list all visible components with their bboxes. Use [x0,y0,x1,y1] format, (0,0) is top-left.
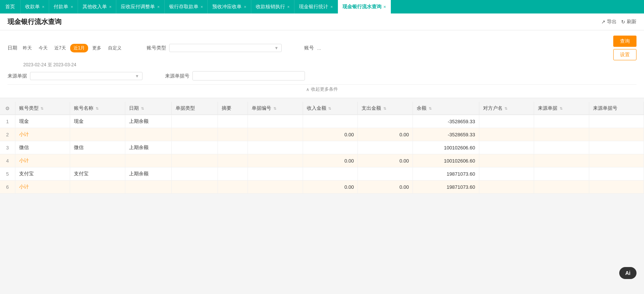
close-icon[interactable]: × [157,4,159,9]
td-counterparty [479,115,534,128]
account-type-filter-group: 账号类型 ▼ [147,44,282,52]
td-expense: 0.00 [358,154,413,167]
page-header: 现金银行流水查询 ↗ 导出 ↻ 刷新 [0,13,644,30]
th-date: 日期 ⇅ [125,102,172,115]
settings-button[interactable]: 设置 [613,49,636,60]
td-account-name: 支付宝 [70,167,125,181]
date-btn-custom[interactable]: 自定义 [105,44,124,52]
account-more-button[interactable]: ... [317,43,321,53]
td-account-name: 现金 [70,115,125,128]
th-account-name: 账号名称 ⇅ [70,102,125,115]
date-shortcuts: 昨天 今天 近7天 近1月 更多 自定义 [20,44,124,52]
td-doc-type [171,167,218,181]
td-income: 0.00 [303,154,358,167]
source-doc-select[interactable]: ▼ [30,72,143,80]
th-settings[interactable]: ⚙ [0,102,15,115]
sort-icon-source-doc[interactable]: ⇅ [560,106,563,110]
close-icon[interactable]: × [384,4,386,9]
date-btn-yesterday[interactable]: 昨天 [20,44,35,52]
nav-tab-2[interactable]: 其他收入单 × [78,0,116,13]
nav-tab-3[interactable]: 应收应付调整单 × [116,0,164,13]
collapse-button[interactable]: ∧ 收起更多条件 [306,86,338,93]
th-summary: 摘要 [218,102,248,115]
date-btn-more[interactable]: 更多 [90,44,104,52]
td-expense [358,167,413,181]
header-actions: ↗ 导出 ↻ 刷新 [601,18,636,25]
gear-icon[interactable]: ⚙ [5,106,10,111]
nav-tab-0[interactable]: 收款单 × [21,0,49,13]
top-nav: 首页 收款单 × 付款单 × 其他收入单 × 应收应付调整单 × 银行存取款单 … [0,0,644,13]
td-expense [358,115,413,128]
td-account-name: 微信 [70,141,125,154]
date-btn-7days[interactable]: 近7天 [52,44,69,52]
td-account-name [70,154,125,167]
th-doc-no: 单据编号 ⇅ [248,102,303,115]
table-row[interactable]: 4 小计 0.00 0.00 100102606.60 [0,154,644,167]
account-label: 账号 [304,45,314,51]
refresh-button[interactable]: ↻ 刷新 [621,18,636,25]
td-balance: -3528659.33 [413,128,479,141]
td-expense [358,141,413,154]
date-btn-today[interactable]: 今天 [36,44,50,52]
account-type-select[interactable]: ▼ [169,44,282,52]
td-income [303,167,358,181]
td-doc-no [248,154,303,167]
close-icon[interactable]: × [330,4,333,9]
table-row[interactable]: 6 小计 0.00 0.00 19871073.60 [0,181,644,194]
sort-icon-balance[interactable]: ⇅ [429,106,432,110]
td-counterparty [479,167,534,181]
td-doc-no [248,128,303,141]
close-icon[interactable]: × [201,4,203,9]
td-summary [218,167,248,181]
sort-icon-expense[interactable]: ⇅ [383,106,386,110]
sort-icon-income[interactable]: ⇅ [328,106,331,110]
td-balance: -3528659.33 [413,115,479,128]
th-balance: 余额 ⇅ [413,102,479,115]
td-account-type: 现金 [15,115,70,128]
td-doc-no [248,141,303,154]
close-icon[interactable]: × [71,4,73,9]
date-btn-1month[interactable]: 近1月 [70,44,89,52]
close-icon[interactable]: × [42,4,44,9]
source-doc-no-input[interactable] [192,71,305,81]
td-account-type: 小计 [15,181,70,194]
sort-icon-date[interactable]: ⇅ [141,106,144,110]
td-index: 4 [0,154,15,167]
sort-icon-doc-no[interactable]: ⇅ [273,106,276,110]
td-date [125,181,172,194]
sort-icon-account-name[interactable]: ⇅ [96,106,99,110]
close-icon[interactable]: × [287,4,290,9]
td-index: 3 [0,141,15,154]
td-source-doc [534,115,589,128]
close-icon[interactable]: × [244,4,246,9]
table-container: ⚙ 账号类型 ⇅ 账号名称 ⇅ 日期 ⇅ 单据类型 摘要 [0,102,644,194]
page-title: 现金银行流水查询 [8,17,62,26]
nav-tab-8[interactable]: 现金银行流水查询 × [338,0,391,13]
close-icon[interactable]: × [109,4,111,9]
td-doc-type [171,181,218,194]
export-button[interactable]: ↗ 导出 [601,18,617,25]
th-income: 收入金额 ⇅ [303,102,358,115]
td-summary [218,128,248,141]
nav-tab-5[interactable]: 预收冲应收单 × [208,0,251,13]
td-account-type: 小计 [15,154,70,167]
table-row[interactable]: 1 现金 现金 上期余额 -3528659.33 [0,115,644,128]
sort-icon-counterparty[interactable]: ⇅ [504,106,507,110]
sort-icon-account-type[interactable]: ⇅ [41,106,44,110]
table-row[interactable]: 5 支付宝 支付宝 上期余额 19871073.60 [0,167,644,181]
nav-tab-1[interactable]: 付款单 × [49,0,78,13]
source-doc-no-filter-group: 来源单据号 [165,71,305,81]
td-summary [218,115,248,128]
nav-home[interactable]: 首页 [0,0,21,13]
nav-tab-6[interactable]: 收款核销执行 × [251,0,294,13]
th-source-doc: 来源单据 ⇅ [534,102,589,115]
td-counterparty [479,128,534,141]
table-row[interactable]: 3 微信 微信 上期余额 100102606.60 [0,141,644,154]
td-doc-type [171,128,218,141]
table-row[interactable]: 2 小计 0.00 0.00 -3528659.33 [0,128,644,141]
query-button[interactable]: 查询 [613,36,636,47]
td-source-doc [534,154,589,167]
nav-tab-4[interactable]: 银行存取款单 × [165,0,208,13]
td-index: 2 [0,128,15,141]
nav-tab-7[interactable]: 现金银行统计 × [294,0,338,13]
